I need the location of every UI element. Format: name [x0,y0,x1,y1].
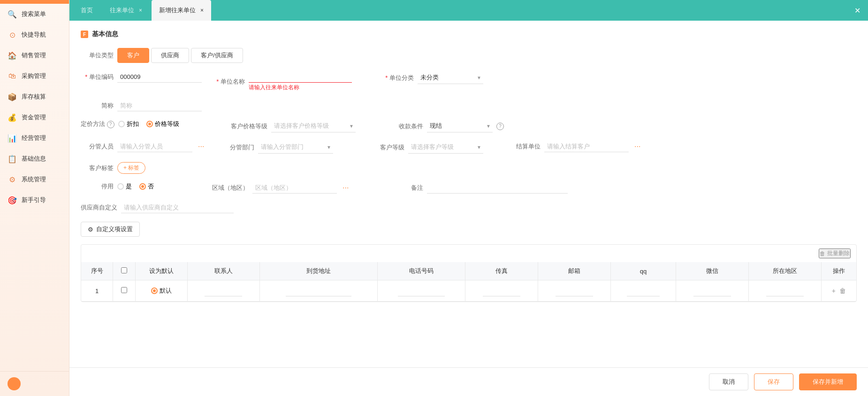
phone-input[interactable] [398,285,445,296]
customer-price-level-field: 客户价格等级 请选择客户价格等级 ▼ [231,120,390,132]
short-name-input[interactable] [117,100,202,111]
disabled-yes-radio[interactable] [117,183,124,190]
guide-icon: 🎯 [8,195,17,205]
select-all-checkbox[interactable] [121,267,127,273]
tab-trade-unit[interactable]: 往来单位 × [102,0,150,21]
tab-trade-unit-close[interactable]: × [139,7,142,14]
qq-input[interactable] [627,285,660,296]
sidebar-item-inventory[interactable]: 📦 库存核算 [0,86,69,107]
manager-input[interactable] [117,141,192,152]
row-qq[interactable] [610,280,676,302]
department-select-wrapper[interactable]: 请输入分管部门 ▼ [258,141,333,154]
customer-price-placeholder: 请选择客户价格等级 [271,120,356,132]
disabled-no-radio[interactable] [139,183,146,190]
payment-terms-help-icon[interactable]: ? [496,123,504,130]
row-email[interactable] [538,280,611,302]
row-wechat[interactable] [676,280,748,302]
disabled-no-option[interactable]: 否 [139,182,154,191]
pricing-discount-option[interactable]: 折扣 [118,120,139,128]
settlement-unit-input[interactable] [544,141,629,152]
custom-settings-label: 自定义项设置 [96,225,133,233]
supplier-custom-input[interactable] [121,202,234,213]
customer-level-label: 客户等级 [372,143,404,152]
table-row: 1 默认 [81,280,856,302]
sidebar-item-operations[interactable]: 📊 经营管理 [0,128,69,148]
row-checkbox[interactable] [121,287,127,293]
disabled-yes-label: 是 [126,182,132,191]
fax-input[interactable] [483,285,520,296]
remark-input[interactable] [427,182,568,194]
row-phone[interactable] [378,280,465,302]
sidebar-item-system[interactable]: ⚙ 系统管理 [0,169,69,190]
operations-icon: 📊 [8,133,17,143]
tab-home[interactable]: 首页 [73,0,100,21]
default-radio-option[interactable]: 默认 [139,287,183,295]
region-more-btn[interactable]: ··· [341,184,350,192]
type-btn-both[interactable]: 客户/供应商 [191,48,243,63]
sidebar-item-finance[interactable]: 💰 资金管理 [0,107,69,128]
table-header-row: 序号 设为默认 联系人 到货地址 电话号码 传真 邮箱 qq 微信 所在地区 操… [81,262,856,280]
sidebar-item-basic-info[interactable]: 📋 基础信息 [0,148,69,169]
unit-category-value: 未分类 [418,71,483,84]
section-icon: F [81,31,88,38]
row-fax[interactable] [465,280,538,302]
delete-row-btn[interactable]: 🗑 [839,287,846,295]
pricing-help-icon[interactable]: ? [107,121,114,128]
row-region[interactable] [748,280,821,302]
pricing-level-option[interactable]: 价格等级 [146,120,179,128]
payment-terms-select-wrapper[interactable]: 现结 ▼ [427,120,493,132]
purchase-icon: 🛍 [8,71,17,81]
content-area: F 基本信息 单位类型 客户 供应商 客户/供应商 * 单位编码 [69,21,868,367]
save-button[interactable]: 保存 [754,373,793,390]
sidebar-item-quick-nav[interactable]: ⊙ 快捷导航 [0,24,69,45]
unit-code-input[interactable] [117,71,202,83]
settlement-more-btn[interactable]: ··· [632,142,642,151]
type-btn-supplier[interactable]: 供应商 [151,48,189,63]
settlement-unit-field: 结算单位 ··· [508,141,857,152]
region-input-table[interactable] [766,285,804,296]
department-placeholder: 请输入分管部门 [258,141,333,154]
row-address[interactable] [260,280,378,302]
col-region: 所在地区 [748,262,821,280]
row-contact[interactable] [187,280,260,302]
sidebar-item-purchase[interactable]: 🛍 采购管理 [0,66,69,86]
gear-icon: ⚙ [88,226,93,233]
col-checkbox [113,262,136,280]
customer-level-select-wrapper[interactable]: 请选择客户等级 ▼ [408,141,483,154]
disabled-yes-option[interactable]: 是 [117,182,132,191]
col-email: 邮箱 [538,262,611,280]
col-wechat: 微信 [676,262,748,280]
row-checkbox-cell [113,280,136,302]
unit-code-label: * 单位编码 [81,73,114,81]
sidebar-item-guide[interactable]: 🎯 新手引导 [0,190,69,210]
tab-bar-close-btn[interactable]: ✕ [851,4,864,17]
short-name-label: 简称 [81,101,114,110]
tab-new-trade-unit-close[interactable]: × [200,7,204,14]
wechat-input[interactable] [693,285,731,296]
sidebar-item-search[interactable]: 🔍 搜索菜单 [0,4,69,24]
add-tag-btn[interactable]: + 标签 [117,162,145,174]
pricing-row: 定价方法 ? 折扣 价格等级 客户价格等级 [81,120,857,132]
custom-settings-btn[interactable]: ⚙ 自定义项设置 [81,222,140,237]
pricing-level-radio[interactable] [146,121,153,127]
batch-delete-btn[interactable]: 🗑 批量删除 [819,248,851,258]
manager-more-btn[interactable]: ··· [196,142,206,151]
type-btn-customer[interactable]: 客户 [117,48,149,63]
region-input[interactable] [252,182,337,194]
unit-name-input[interactable] [249,71,352,83]
row-action-group: + 🗑 [825,287,853,295]
sidebar-item-sales[interactable]: 🏠 销售管理 [0,45,69,66]
email-input[interactable] [556,285,593,296]
cancel-button[interactable]: 取消 [709,373,748,390]
contact-input[interactable] [205,285,242,296]
unit-type-row: 单位类型 客户 供应商 客户/供应商 [81,48,857,63]
region-field: 区域（地区） ··· [212,182,390,194]
customer-price-select-wrapper[interactable]: 请选择客户价格等级 ▼ [271,120,356,132]
pricing-discount-radio[interactable] [118,121,125,127]
address-input[interactable] [286,285,351,296]
default-radio[interactable] [151,287,158,294]
add-row-btn[interactable]: + [832,287,836,295]
col-phone: 电话号码 [378,262,465,280]
tab-new-trade-unit[interactable]: 新增往来单位 × [152,0,211,21]
save-new-button[interactable]: 保存并新增 [799,373,857,390]
